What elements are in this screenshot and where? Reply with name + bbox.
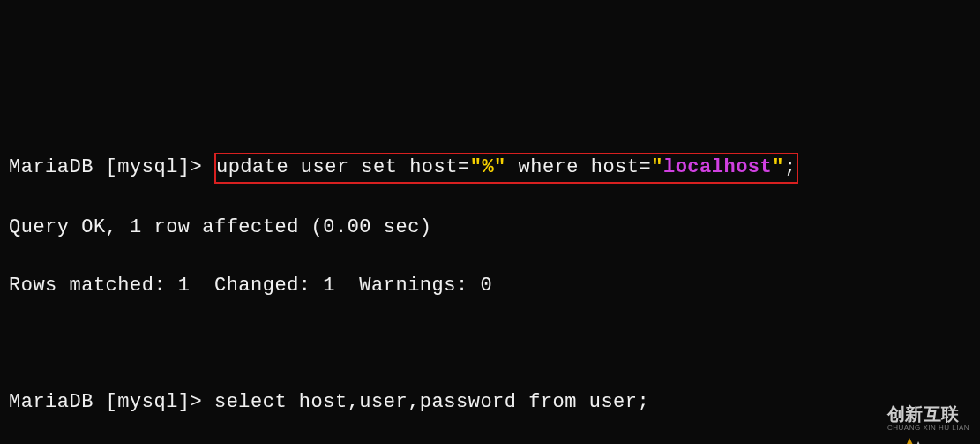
- cmd-update-text: update user set host=: [216, 156, 470, 178]
- terminal-line-select: MariaDB [mysql]> select host,user,passwo…: [9, 388, 971, 417]
- highlight-box-update-cmd: update user set host="%" where host="loc…: [214, 153, 798, 184]
- prompt: MariaDB [mysql]>: [9, 156, 214, 178]
- watermark-text-en: CHUANG XIN HU LIAN: [887, 423, 969, 433]
- prompt: MariaDB [mysql]>: [9, 391, 214, 413]
- cmd-update-quote-close: ": [772, 156, 784, 178]
- cmd-update-quote-open: ": [651, 156, 663, 178]
- watermark-text-cn: 创新互联: [887, 405, 969, 423]
- cmd-update-localhost: localhost: [663, 156, 772, 178]
- watermark-text: 创新互联 CHUANG XIN HU LIAN: [887, 405, 969, 433]
- output-query-ok: Query OK, 1 row affected (0.00 sec): [9, 213, 971, 242]
- cmd-update-semicolon: ;: [784, 156, 797, 178]
- cmd-select: select host,user,password from user;: [214, 391, 649, 413]
- blank-line-1: [9, 329, 971, 358]
- terminal-line-1: MariaDB [mysql]> update user set host="%…: [9, 153, 971, 184]
- watermark-logo-icon: [847, 403, 882, 435]
- cmd-update-where: where host=: [506, 156, 651, 178]
- output-rows-matched: Rows matched: 1 Changed: 1 Warnings: 0: [9, 271, 971, 300]
- watermark: 创新互联 CHUANG XIN HU LIAN: [847, 403, 969, 435]
- cmd-update-value1: "%": [470, 156, 506, 178]
